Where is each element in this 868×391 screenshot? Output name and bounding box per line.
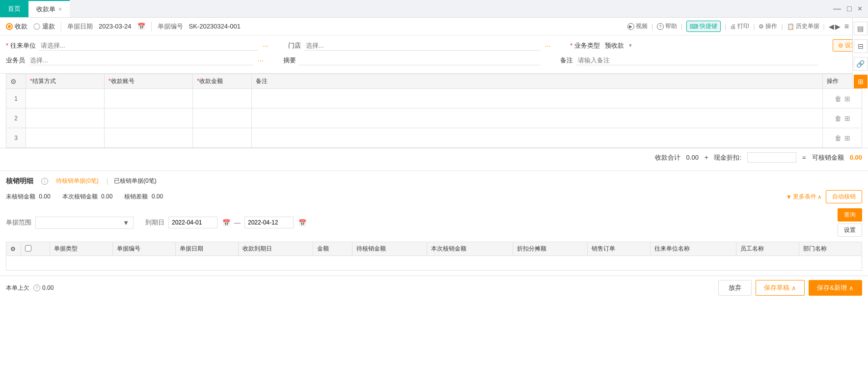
row-3-remark[interactable] (252, 128, 823, 148)
sidebar-table-icon[interactable]: ▤ (854, 22, 868, 35)
row-3-account[interactable] (105, 128, 193, 148)
sidebar-collapse-icon[interactable]: ⊟ (854, 39, 868, 53)
nav-prev-icon[interactable]: ◀ (829, 23, 834, 30)
row-1-copy-icon[interactable]: ⊞ (844, 95, 850, 103)
table-gear-icon[interactable]: ⚙ (10, 78, 17, 85)
date-from-input[interactable] (168, 217, 217, 228)
footer-info: 本单上欠 ? 0.00 (6, 284, 54, 292)
nav-arrows: ◀ ▶ (829, 23, 841, 30)
discount-input[interactable] (747, 152, 796, 163)
filter-settings-btn[interactable]: 设置 (838, 223, 862, 237)
tab-close-icon[interactable]: × (58, 6, 62, 13)
tab-active[interactable]: 收款单 × (28, 0, 70, 17)
diff-value: 0.00 (152, 193, 163, 200)
notes-input[interactable] (576, 56, 818, 65)
row-3-copy-icon[interactable]: ⊞ (844, 134, 850, 142)
discard-btn[interactable]: 放弃 (718, 280, 752, 296)
range-dropdown-icon[interactable]: ▼ (123, 219, 129, 226)
range-input[interactable] (40, 219, 123, 226)
row-3-amount[interactable] (193, 128, 252, 148)
store-more-icon[interactable]: ··· (545, 42, 551, 50)
save-new-btn[interactable]: 保存&新增 ∧ (809, 280, 862, 296)
draft-btn[interactable]: 保存草稿 ∧ (756, 280, 805, 296)
col-due-date-label: 收款到期日 (243, 245, 272, 252)
notes-label: 备注 (560, 56, 573, 65)
date-value[interactable]: 2023-03-24 (99, 23, 132, 30)
partner-more-icon[interactable]: ··· (263, 42, 269, 50)
summary-input[interactable] (299, 56, 541, 65)
tab-done[interactable]: 已核销单据(0笔) (114, 177, 157, 185)
operations-btn[interactable]: ⚙ 操作 (759, 22, 777, 30)
layout-list-icon[interactable]: ≡ (844, 22, 849, 31)
col-remark: 备注 (252, 74, 823, 89)
tab-active-label: 收款单 (36, 5, 55, 14)
row-2-remark[interactable] (252, 109, 823, 128)
row-2-delete-icon[interactable]: 🗑 (835, 114, 841, 122)
window-close-icon[interactable]: × (856, 3, 864, 14)
video-btn[interactable]: ▶ 视频 (627, 22, 648, 30)
row-3-settle[interactable] (26, 128, 105, 148)
bottom-table: ⚙ 单据类型 单据编号 单据日期 收款到期日 (6, 242, 862, 271)
partner-input[interactable] (39, 41, 258, 51)
window-maximize-icon[interactable]: □ (845, 3, 854, 14)
select-all-checkbox[interactable] (25, 245, 31, 251)
nav-next-icon[interactable]: ▶ (835, 23, 841, 30)
summary-field: 摘要 (283, 56, 541, 65)
row-1-account[interactable] (105, 89, 193, 109)
page-footer: 本单上欠 ? 0.00 放弃 保存草稿 ∧ 保存&新增 ∧ (0, 276, 868, 300)
row-1-settle[interactable] (26, 89, 105, 109)
row-3-delete-icon[interactable]: 🗑 (835, 134, 841, 142)
row-2-settle[interactable] (26, 109, 105, 128)
top-toolbar: 收款 退款 单据日期 2023-03-24 📅 单据编号 SK-20230324… (0, 18, 868, 35)
col-sales-order-label: 销售订单 (592, 245, 615, 252)
auto-reconcile-btn[interactable]: 自动核销 (826, 190, 862, 203)
tab-home[interactable]: 首页 (0, 0, 28, 17)
radio-income-label: 收款 (15, 22, 27, 31)
doc-no-value: SK-20230324-001 (189, 23, 241, 30)
col-doc-date-label: 单据日期 (180, 245, 203, 252)
row-1-amount[interactable] (193, 89, 252, 109)
reconcile-filters: 单据范围 ▼ 到期日 📅 — 📅 查询 设置 (6, 208, 862, 237)
print-btn[interactable]: 🖨 打印 (730, 22, 749, 30)
row-1-remark[interactable] (252, 89, 823, 109)
tab-pending[interactable]: 待核销单据(0笔) (54, 176, 101, 186)
radio-refund-dot (33, 23, 40, 30)
history-btn[interactable]: 📋 历史单据 (787, 22, 819, 30)
col-due-date: 收款到期日 (238, 242, 313, 256)
calendar-to-icon[interactable]: 📅 (298, 219, 306, 226)
stat-diff: 核销差额 0.00 (124, 193, 163, 201)
more-chevron-icon: ∧ (817, 194, 822, 200)
more-conditions-btn[interactable]: ▼ 更多条件 ∧ (786, 193, 822, 201)
row-1-delete-icon[interactable]: 🗑 (835, 95, 841, 103)
partner-label: 往来单位 (6, 41, 36, 50)
table-section: ⚙ *结算方式 *收款账号 *收款金额 备注 操作 (0, 74, 868, 148)
row-2-amount[interactable] (193, 109, 252, 128)
sidebar-link-icon[interactable]: 🔗 (854, 57, 868, 71)
footer-info-icon[interactable]: ? (33, 284, 40, 291)
calendar-icon[interactable]: 📅 (137, 23, 145, 30)
footer-info-value: 0.00 (42, 284, 54, 291)
help-btn[interactable]: ? 帮助 (657, 22, 677, 30)
calendar-from-icon[interactable]: 📅 (222, 219, 230, 226)
sidebar-expand-icon[interactable]: ⊞ (854, 75, 868, 88)
date-to-input[interactable] (244, 217, 294, 228)
radio-refund[interactable]: 退款 (33, 22, 55, 31)
toolbar-right: ▶ 视频 | ? 帮助 | ⌨ 快捷键 | 🖨 打印 | ⚙ 操作 (627, 21, 862, 32)
draft-btn-arrow-icon: ∧ (791, 284, 796, 292)
window-minimize-icon[interactable]: — (831, 3, 843, 14)
staff-input[interactable] (28, 56, 253, 65)
shortcut-btn[interactable]: ⌨ 快捷键 (686, 21, 721, 32)
table-gear-icon-bottom[interactable]: ⚙ (10, 246, 16, 252)
reconcile-info-icon[interactable]: i (41, 178, 48, 185)
store-input[interactable] (304, 41, 540, 51)
table-settings-col[interactable]: ⚙ (6, 74, 26, 89)
staff-more-icon[interactable]: ··· (258, 56, 264, 64)
row-2-copy-icon[interactable]: ⊞ (844, 114, 850, 122)
row-2-account[interactable] (105, 109, 193, 128)
col-doc-no-label: 单据编号 (117, 245, 140, 252)
biz-type-field: 业务类型 预收款 ▼ (570, 40, 833, 51)
shortcut-label: 快捷键 (700, 22, 717, 30)
query-btn[interactable]: 查询 (838, 208, 862, 222)
col-settle-label: 结算方式 (32, 78, 56, 84)
radio-income[interactable]: 收款 (6, 22, 27, 31)
